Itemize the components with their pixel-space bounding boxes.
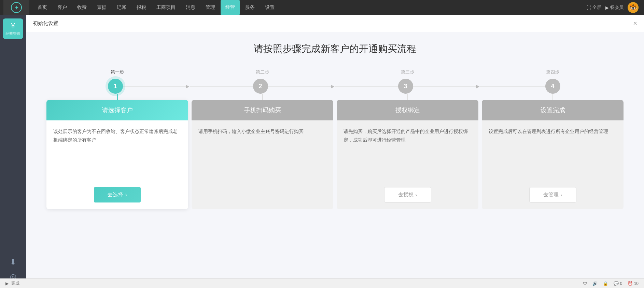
nav-fee[interactable]: 收费 (72, 0, 92, 15)
card3-footer: 去授权 › (337, 182, 478, 209)
steps-container: 第一步 1 ▶ 请选择客户 该处展示的客户为不在回收站、客户状态正常建账后完成老… (45, 69, 625, 209)
nav-message[interactable]: 消息 (181, 0, 200, 15)
card1-body: 该处展示的客户为不在回收站、客户状态正常建账后完成老板端绑定的所有客户 (46, 120, 188, 182)
step4-label: 第四步 (546, 69, 559, 75)
status-bar-right: 🛡 🔊 🔒 💬 0 ⏰ 10 (583, 281, 639, 286)
card1-footer: 去选择 › (46, 182, 188, 209)
step4-circle: 4 (545, 79, 560, 94)
step1-circle: 1 (108, 79, 123, 94)
card4-footer: 去管理 › (482, 182, 624, 209)
go-authorize-button[interactable]: 去授权 › (384, 187, 431, 202)
fullscreen-icon: ⛶ (587, 5, 591, 10)
setup-heading: 请按照步骤完成新客户的开通购买流程 (40, 42, 630, 55)
go-select-arrow: › (125, 191, 127, 198)
go-manage-button[interactable]: 去管理 › (529, 187, 576, 202)
card-4: 设置完成 设置完成后可以在管理列表进行所有企业用户的经营管理 去管理 › (482, 100, 624, 209)
logo: ✦ (3, 0, 29, 15)
nav-accounting[interactable]: 记账 (112, 0, 131, 15)
membership-button[interactable]: ▶ 畅会员 (605, 4, 624, 11)
status-bar: ▶ 完成 🛡 🔊 🔒 💬 0 ⏰ 10 (0, 278, 644, 288)
nav-operation[interactable]: 经营 (221, 0, 240, 15)
step2-label: 第二步 (256, 69, 269, 75)
close-button[interactable]: × (633, 19, 637, 27)
step-3: 第三步 3 ▶ 授权绑定 请先购买，购买后选择开通的产品中的企业用户进行授权绑定… (335, 69, 480, 209)
arrow3-head: ▶ (476, 83, 480, 89)
card4-header: 设置完成 (482, 100, 624, 120)
card3-body: 请先购买，购买后选择开通的产品中的企业用户进行授权绑定，成功后即可进行经营管理 (337, 120, 478, 182)
sidebar-item-operation[interactable]: ¥ 经营管理 (3, 18, 23, 39)
nav-invoice[interactable]: 票据 (92, 0, 111, 15)
step-2: 第二步 2 ▶ 手机扫码购买 请用手机扫码，输入小微企业主账号密码进行购买 (190, 69, 335, 209)
step2-connector (262, 94, 263, 100)
nav-service[interactable]: 服务 (240, 0, 260, 15)
card1-header: 请选择客户 (46, 100, 188, 120)
step-1: 第一步 1 ▶ 请选择客户 该处展示的客户为不在回收站、客户状态正常建账后完成老… (45, 69, 190, 209)
card-1: 请选择客户 该处展示的客户为不在回收站、客户状态正常建账后完成老板端绑定的所有客… (46, 100, 188, 209)
nav-home[interactable]: 首页 (33, 0, 52, 15)
arrow2-head: ▶ (331, 83, 335, 89)
card4-body: 设置完成后可以在管理列表进行所有企业用户的经营管理 (482, 120, 624, 182)
lock-icon: 🔒 (603, 281, 608, 286)
go-manage-arrow: › (561, 192, 562, 198)
avatar[interactable]: 🐯 (628, 2, 639, 13)
go-authorize-label: 去授权 (398, 192, 414, 198)
page-header: 初始化设置 × (26, 15, 644, 32)
nav-manage[interactable]: 管理 (201, 0, 220, 15)
step3-label: 第三步 (401, 69, 414, 75)
play-icon: ▶ (605, 5, 609, 10)
step4-connector (552, 94, 553, 100)
message-count: 💬 0 (614, 281, 622, 286)
step3-circle: 3 (398, 79, 413, 94)
card-3: 授权绑定 请先购买，购买后选择开通的产品中的企业用户进行授权绑定，成功后即可进行… (337, 100, 478, 209)
step1-connector (117, 94, 118, 100)
nav-right-area: ⛶ 全屏 ▶ 畅会员 🐯 (587, 2, 644, 13)
step2-circle: 2 (253, 79, 268, 94)
go-manage-label: 去管理 (543, 192, 559, 198)
clock-icon: ⏰ 10 (628, 281, 639, 286)
step1-label: 第一步 (111, 69, 124, 75)
arrow1-head: ▶ (186, 83, 190, 89)
nav-menu: 首页 客户 收费 票据 记账 报税 工商项目 消息 管理 经营 服务 设置 (33, 0, 587, 15)
nav-bizproject[interactable]: 工商项目 (152, 0, 180, 15)
shield-status-icon: 🛡 (583, 281, 587, 286)
setup-content: 请按照步骤完成新客户的开通购买流程 第一步 1 ▶ 请选择客户 该处展示的客户为… (26, 32, 644, 288)
fullscreen-button[interactable]: ⛶ 全屏 (587, 4, 601, 11)
card2-body: 请用手机扫码，输入小微企业主账号密码进行购买 (192, 120, 333, 197)
download-icon[interactable]: ⬇ (10, 258, 16, 267)
yuan-icon: ¥ (11, 22, 15, 30)
sidebar-label: 经营管理 (5, 31, 20, 36)
go-authorize-arrow: › (416, 192, 417, 198)
sidebar: ¥ 经营管理 ⬇ ◎ (0, 15, 26, 288)
step3-connector (407, 94, 408, 100)
card-2: 手机扫码购买 请用手机扫码，输入小微企业主账号密码进行购买 (192, 100, 333, 209)
card2-footer (192, 197, 333, 209)
card3-header: 授权绑定 (337, 100, 478, 120)
status-play-icon: ▶ (5, 281, 9, 286)
logo-icon: ✦ (11, 2, 22, 13)
volume-icon: 🔊 (592, 281, 598, 286)
status-text: 完成 (11, 280, 19, 286)
page-title: 初始化设置 (33, 20, 58, 27)
nav-settings[interactable]: 设置 (260, 0, 279, 15)
step-4: 第四步 4 设置完成 设置完成后可以在管理列表进行所有企业用户的经营管理 去管理… (480, 69, 625, 209)
go-select-button[interactable]: 去选择 › (94, 187, 141, 202)
go-select-label: 去选择 (108, 192, 123, 198)
nav-tax[interactable]: 报税 (132, 0, 151, 15)
top-navigation: ✦ 首页 客户 收费 票据 记账 报税 工商项目 消息 管理 经营 服务 设置 … (0, 0, 644, 15)
main-content: 初始化设置 × 请按照步骤完成新客户的开通购买流程 第一步 1 ▶ 请选择客户 … (26, 15, 644, 288)
card2-header: 手机扫码购买 (192, 100, 333, 120)
nav-customer[interactable]: 客户 (53, 0, 72, 15)
